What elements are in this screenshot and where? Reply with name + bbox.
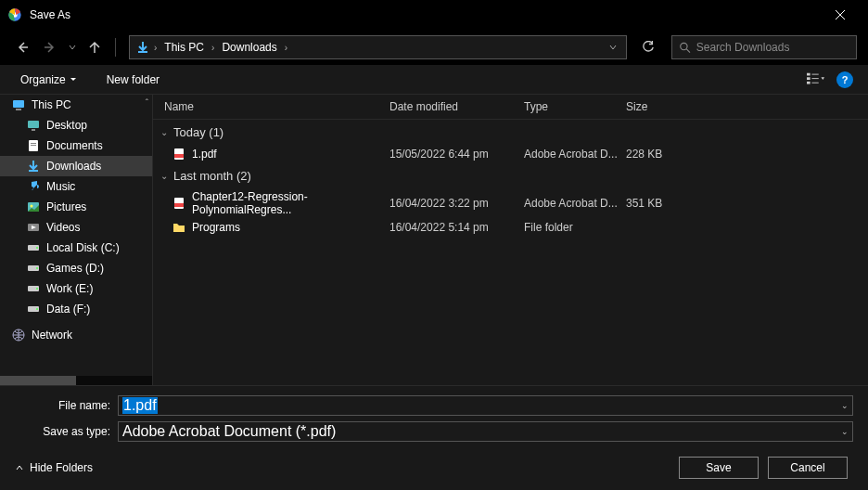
window-title: Save As: [30, 8, 819, 21]
save-button[interactable]: Save: [679, 457, 759, 479]
arrow-right-icon: [43, 40, 57, 55]
svg-point-22: [36, 267, 38, 269]
arrow-left-icon: [15, 40, 30, 55]
cancel-button[interactable]: Cancel: [768, 457, 848, 479]
sidebar-item[interactable]: Videos: [0, 217, 152, 238]
chevron-right-icon: ›: [154, 43, 157, 53]
svg-point-24: [36, 288, 38, 290]
main-area: This PC ˆ DesktopDocumentsDownloadsMusic…: [0, 95, 868, 385]
svg-rect-14: [31, 143, 36, 144]
disk-icon: [26, 302, 41, 316]
svg-rect-11: [28, 121, 39, 128]
pdf-icon: [172, 196, 186, 211]
sidebar-item[interactable]: Games (D:): [0, 258, 152, 278]
column-date[interactable]: Date modified: [389, 100, 524, 113]
filename-input-wrap[interactable]: 1.pdf ⌄: [118, 395, 853, 416]
svg-point-26: [36, 308, 38, 310]
breadcrumb-item[interactable]: This PC: [160, 39, 208, 56]
file-row[interactable]: Programs16/04/2022 5:14 pmFile folder: [153, 218, 868, 237]
sidebar-network[interactable]: Network: [0, 325, 152, 345]
toolbar: Organize New folder ?: [0, 65, 868, 95]
file-row[interactable]: 1.pdf15/05/2022 6:44 pmAdobe Acrobat D..…: [153, 145, 868, 163]
svg-rect-15: [31, 145, 36, 146]
recent-button[interactable]: [67, 36, 78, 58]
column-headers: Name Date modified Type Size: [153, 95, 868, 120]
chevron-down-icon[interactable]: ⌄: [841, 427, 849, 436]
svg-rect-12: [32, 129, 35, 131]
file-list: Name Date modified Type Size ⌄Today (1)1…: [153, 95, 868, 385]
refresh-icon: [642, 41, 655, 54]
disk-icon: [26, 240, 41, 255]
svg-rect-31: [174, 203, 184, 207]
sidebar-item[interactable]: Desktop: [0, 115, 152, 135]
sidebar-item[interactable]: Music: [0, 176, 152, 197]
file-row[interactable]: Chapter12-Regression-PolynomialRegres...…: [153, 188, 868, 218]
sidebar: This PC ˆ DesktopDocumentsDownloadsMusic…: [0, 95, 153, 385]
svg-point-20: [36, 247, 38, 249]
saveas-dropdown[interactable]: Adobe Acrobat Document (*.pdf) ⌄: [118, 421, 853, 442]
close-button[interactable]: [819, 0, 861, 30]
disk-icon: [26, 281, 41, 296]
svg-rect-9: [13, 100, 24, 108]
desktop-icon: [26, 118, 41, 133]
close-icon: [835, 9, 846, 20]
sidebar-item[interactable]: Local Disk (C:): [0, 238, 152, 258]
filename-input[interactable]: 1.pdf: [122, 397, 158, 414]
chevron-down-icon: ⌄: [160, 171, 168, 181]
group-header[interactable]: ⌄Today (1): [153, 120, 868, 145]
folder-icon: [172, 220, 186, 235]
chevron-down-icon: [69, 44, 76, 51]
titlebar: Save As: [0, 0, 868, 30]
sidebar-item[interactable]: Downloads: [0, 156, 152, 176]
svg-rect-10: [16, 109, 21, 110]
column-name[interactable]: Name: [153, 100, 389, 113]
column-type[interactable]: Type: [524, 100, 626, 113]
chevron-right-icon: ›: [211, 43, 214, 53]
chevron-right-icon: ›: [285, 43, 287, 53]
filename-label: File name:: [15, 399, 110, 412]
svg-rect-5: [807, 81, 811, 84]
chevron-up-icon: [15, 463, 24, 472]
music-icon: [26, 179, 41, 194]
refresh-button[interactable]: [636, 35, 660, 59]
back-button[interactable]: [11, 36, 33, 58]
sidebar-this-pc[interactable]: This PC ˆ: [0, 95, 152, 115]
breadcrumb-dropdown[interactable]: [606, 41, 620, 54]
sidebar-scrollbar[interactable]: [0, 376, 152, 385]
sidebar-item[interactable]: Documents: [0, 135, 152, 156]
svg-rect-7: [811, 78, 818, 79]
search-icon: [680, 42, 691, 54]
breadcrumb[interactable]: › This PC › Downloads ›: [129, 35, 627, 59]
forward-button[interactable]: [39, 36, 61, 58]
svg-rect-29: [174, 154, 184, 158]
download-icon: [26, 159, 41, 174]
bottom-panel: File name: 1.pdf ⌄ Save as type: Adobe A…: [0, 385, 868, 490]
up-button[interactable]: [83, 36, 106, 58]
svg-point-2: [681, 43, 687, 49]
svg-rect-3: [807, 72, 811, 75]
organize-button[interactable]: Organize: [15, 70, 83, 90]
new-folder-button[interactable]: New folder: [101, 70, 165, 90]
hide-folders-button[interactable]: Hide Folders: [15, 461, 93, 474]
column-size[interactable]: Size: [626, 100, 700, 113]
help-button[interactable]: ?: [836, 71, 853, 88]
download-icon: [135, 40, 150, 55]
breadcrumb-item[interactable]: Downloads: [218, 39, 280, 56]
chevron-down-icon: ⌄: [160, 127, 168, 137]
search-box[interactable]: [671, 35, 857, 59]
pdf-icon: [172, 147, 186, 161]
disk-icon: [26, 261, 41, 276]
view-options-button[interactable]: [807, 72, 825, 87]
pc-icon: [11, 97, 26, 112]
sidebar-item[interactable]: Data (F:): [0, 299, 152, 319]
network-icon: [11, 328, 26, 342]
sidebar-item[interactable]: Work (E:): [0, 278, 152, 299]
search-input[interactable]: [696, 41, 849, 54]
group-header[interactable]: ⌄Last month (2): [153, 163, 868, 188]
svg-rect-8: [811, 82, 818, 83]
chevron-down-icon[interactable]: ⌄: [841, 401, 849, 410]
sidebar-item[interactable]: Pictures: [0, 197, 152, 217]
arrow-up-icon: [87, 40, 102, 55]
videos-icon: [26, 220, 41, 235]
chevron-up-icon[interactable]: ˆ: [146, 98, 148, 109]
